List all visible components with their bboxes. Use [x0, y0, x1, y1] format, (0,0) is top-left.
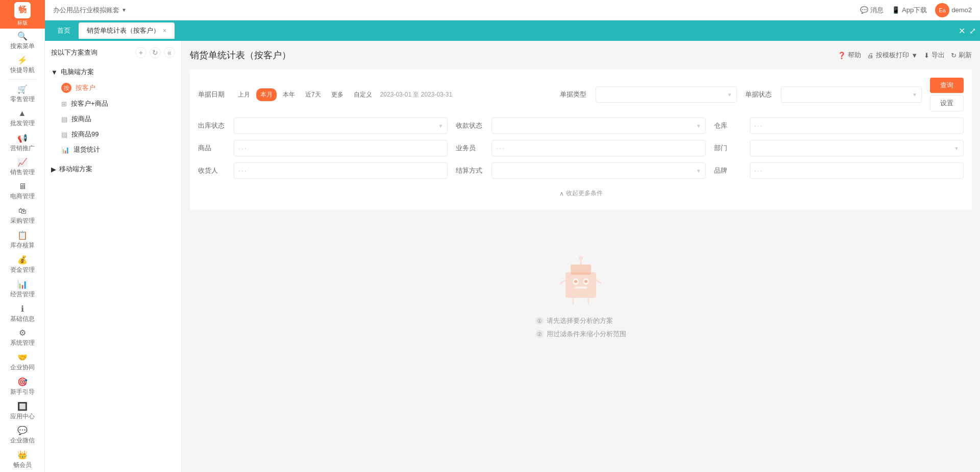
app-selector[interactable]: 办公用品行业模拟账套 ▼: [53, 6, 127, 15]
tab-home[interactable]: 首页: [49, 22, 79, 39]
collapse-bar[interactable]: ∧ 收起更多条件: [198, 185, 964, 202]
print-button[interactable]: 🖨 按模板打印 ▼: [867, 51, 918, 60]
query-btn-group: 查询 设置: [930, 78, 964, 111]
payment-status-input[interactable]: ▼: [492, 117, 705, 134]
export-button[interactable]: ⬇ 导出: [924, 51, 945, 60]
order-status-input[interactable]: ▼: [781, 86, 922, 103]
settlement-input[interactable]: ▼: [492, 162, 705, 179]
tree-section-mobile: ▶ 移动端方案: [45, 159, 181, 179]
sidebar-item-quick[interactable]: ⚡ 快捷导航: [0, 53, 45, 77]
sidebar-item-marketing[interactable]: 📢 营销推广: [0, 131, 45, 155]
tree-child-by-customer[interactable]: 按 按客户: [45, 80, 181, 96]
print-icon: 🖨: [867, 52, 874, 59]
main-area: 办公用品行业模拟账套 ▼ 💬 消息 📱 App下载 Ea demo2 首页: [45, 0, 980, 472]
department-input[interactable]: ▼: [750, 140, 964, 156]
sidebar-item-wechat[interactable]: 💬 企业微信: [0, 423, 45, 447]
out-status-chevron-icon: ▼: [438, 123, 443, 129]
date-tab-last-7-days[interactable]: 近7天: [301, 88, 325, 101]
filter-row-2: 出库状态 ▼ 收款状态 ▼ 仓库: [198, 117, 964, 134]
date-tab-more[interactable]: 更多: [327, 88, 348, 101]
sidebar-item-basic[interactable]: ℹ 基础信息: [0, 301, 45, 326]
warehouse-input[interactable]: ···: [750, 117, 964, 134]
department-label: 部门: [714, 144, 750, 153]
sidebar-item-operations[interactable]: 📊 经营管理: [0, 277, 45, 301]
query-button[interactable]: 查询: [930, 78, 964, 93]
add-scheme-button[interactable]: +: [135, 47, 146, 58]
tab-close-icon[interactable]: ×: [163, 27, 166, 34]
close-window-icon[interactable]: ✕: [959, 26, 965, 36]
sidebar-logo[interactable]: 畅 标版: [0, 0, 45, 29]
tree-parent-label: 电脑端方案: [61, 67, 94, 77]
payment-status-chevron-icon: ▼: [696, 123, 701, 129]
sidebar-item-retail[interactable]: 🛒 零售管理: [0, 82, 45, 106]
collapse-icon: «: [167, 49, 172, 57]
tree-child-return-stats[interactable]: 📊 退货统计: [45, 142, 181, 157]
left-panel-header: 按以下方案查询 + ↻ «: [45, 41, 181, 62]
sidebar-item-search[interactable]: 🔍 搜索菜单: [0, 29, 45, 53]
sales-icon: 📈: [17, 157, 28, 167]
sidebar-item-wholesale[interactable]: ▲ 批发管理: [0, 106, 45, 131]
retail-icon: 🛒: [17, 84, 28, 94]
tip-item-1: ① 请先选择要分析的方案: [535, 316, 626, 325]
brand-input[interactable]: ···: [750, 162, 964, 179]
filter-item-product: 商品 ···: [198, 140, 448, 156]
system-icon: ⚙: [19, 328, 26, 338]
basic-icon: ℹ: [21, 304, 24, 314]
collapse-panel-button[interactable]: «: [164, 47, 175, 58]
filter-item-settlement: 结算方式 ▼: [456, 162, 705, 179]
order-type-chevron-icon: ▼: [727, 92, 732, 98]
finance-icon: 💰: [17, 255, 28, 265]
sidebar-item-inventory[interactable]: 📋 库存核算: [0, 228, 45, 253]
tree-parent-mobile-label: 移动端方案: [59, 164, 92, 174]
download-icon: 📱: [892, 6, 900, 14]
tree-parent-desktop[interactable]: ▼ 电脑端方案: [45, 64, 181, 80]
cooperation-icon: 🤝: [17, 352, 28, 362]
date-label: 单据日期: [198, 90, 234, 99]
sidebar-item-member[interactable]: 👑 畅会员: [0, 447, 45, 472]
date-tab-this-year[interactable]: 本年: [279, 88, 299, 101]
svg-rect-0: [566, 272, 596, 298]
sidebar-item-cooperation[interactable]: 🤝 企业协同: [0, 350, 45, 374]
filter-item-brand: 品牌 ···: [714, 162, 964, 179]
tree-collapsed-icon: ▶: [51, 166, 56, 173]
export-icon: ⬇: [924, 52, 929, 59]
date-tab-custom[interactable]: 自定义: [350, 88, 376, 101]
sidebar-item-finance[interactable]: 💰 资金管理: [0, 252, 45, 277]
settings-button[interactable]: 设置: [930, 95, 964, 111]
product-input[interactable]: ···: [234, 140, 448, 156]
tree-child-by-product[interactable]: ▤ 按商品: [45, 111, 181, 127]
sidebar-item-ecommerce[interactable]: 🖥 电商管理: [0, 179, 45, 204]
message-button[interactable]: 💬 消息: [860, 6, 884, 15]
date-tab-last-month[interactable]: 上月: [234, 88, 254, 101]
order-type-input[interactable]: ▼: [596, 86, 737, 103]
date-tab-this-month[interactable]: 本月: [256, 88, 277, 101]
tip-num-2: ②: [535, 330, 544, 338]
left-panel: 按以下方案查询 + ↻ « ▼ 电脑端方案: [45, 41, 182, 472]
out-status-input[interactable]: ▼: [234, 117, 448, 134]
refresh-scheme-button[interactable]: ↻: [150, 47, 161, 58]
sidebar-item-system[interactable]: ⚙ 系统管理: [0, 326, 45, 350]
filter-item-receiver: 收货人 ···: [198, 162, 448, 179]
message-icon: 💬: [860, 6, 868, 14]
out-status-label: 出库状态: [198, 121, 234, 130]
help-button[interactable]: ❓ 帮助: [838, 51, 861, 60]
tip-num-1: ①: [535, 317, 544, 325]
user-menu[interactable]: Ea demo2: [935, 3, 972, 17]
download-button[interactable]: 📱 App下载: [892, 6, 927, 15]
refresh-button[interactable]: ↻ 刷新: [951, 51, 972, 60]
sidebar-item-sales[interactable]: 📈 销售管理: [0, 155, 45, 179]
lightning-icon: ⚡: [17, 55, 28, 65]
expand-icon[interactable]: ⤢: [969, 26, 976, 36]
sidebar-item-appstore[interactable]: 🔲 应用中心: [0, 399, 45, 423]
order-type-label: 单据类型: [560, 90, 596, 99]
receiver-label: 收货人: [198, 166, 234, 175]
order-status-chevron-icon: ▼: [912, 92, 917, 98]
salesperson-input[interactable]: ···: [492, 140, 705, 156]
tree-parent-mobile[interactable]: ▶ 移动端方案: [45, 161, 181, 177]
tree-child-by-customer-product[interactable]: ⊞ 按客户+商品: [45, 96, 181, 111]
sidebar-item-purchase[interactable]: 🛍 采购管理: [0, 204, 45, 228]
sidebar-item-guide[interactable]: 🎯 新手引导: [0, 374, 45, 399]
receiver-input[interactable]: ···: [234, 162, 448, 179]
tree-child-by-product-99[interactable]: ▤ 按商品99: [45, 127, 181, 142]
tab-sales-stats[interactable]: 销货单统计表（按客户） ×: [79, 22, 175, 39]
